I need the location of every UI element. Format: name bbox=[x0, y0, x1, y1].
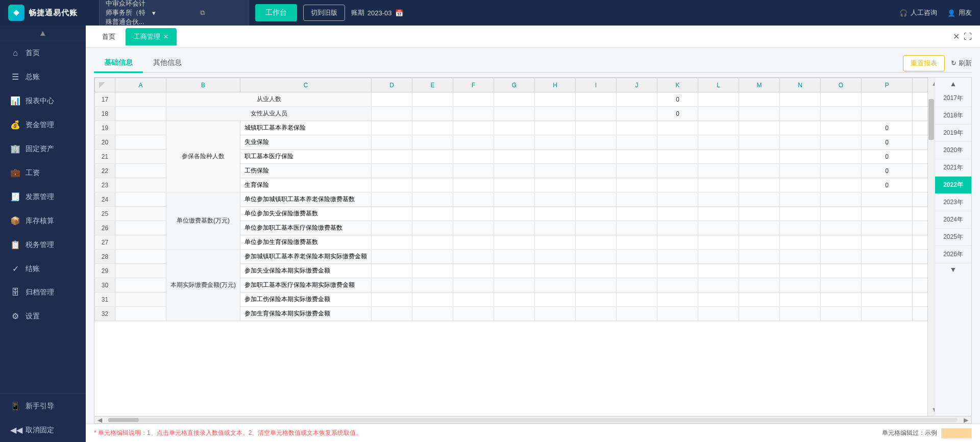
cell-22-p[interactable]: 0 bbox=[862, 164, 913, 178]
sidebar-item-checkout[interactable]: ✓ 结账 bbox=[0, 257, 86, 281]
sidebar-item-salary[interactable]: 💼 工资 bbox=[0, 161, 86, 185]
cell-17-b[interactable]: 从业人数 bbox=[166, 92, 372, 107]
tab-close-icon[interactable]: ✕ bbox=[163, 33, 168, 40]
sidebar-label-report-center: 报表中心 bbox=[26, 96, 54, 106]
report-icon: 📊 bbox=[10, 96, 20, 106]
year-item-2017[interactable]: 2017年 bbox=[935, 90, 971, 107]
reset-report-button[interactable]: 重置报表 bbox=[903, 55, 945, 71]
header-right: 🎧 人工咨询 👤 用友 bbox=[899, 8, 972, 17]
user-area[interactable]: 👤 用友 bbox=[947, 8, 972, 17]
year-item-2021[interactable]: 2021年 bbox=[935, 159, 971, 177]
scroll-down-arrow[interactable]: ▼ bbox=[928, 405, 935, 416]
cell-20-c[interactable]: 失业保险 bbox=[240, 135, 372, 150]
old-version-button[interactable]: 切到旧版 bbox=[303, 5, 345, 21]
close-window-button[interactable]: ✕ bbox=[953, 32, 960, 41]
header-col-c: C bbox=[240, 78, 372, 92]
sub-tab-other-info[interactable]: 其他信息 bbox=[143, 54, 192, 73]
sidebar-item-general-ledger[interactable]: ☰ 总账 bbox=[0, 65, 86, 89]
scroll-up-arrow[interactable]: ▲ bbox=[928, 78, 935, 89]
scroll-left-arrow[interactable]: ◀ bbox=[94, 415, 105, 424]
workbench-button[interactable]: 工作台 bbox=[255, 4, 297, 21]
cell-23-p[interactable]: 0 bbox=[862, 178, 913, 192]
sidebar-item-settings[interactable]: ⚙ 设置 bbox=[0, 304, 86, 328]
year-panel: ▲ 2017年 2018年 2019年 2020年 2021年 2022年 20… bbox=[935, 78, 971, 416]
year-item-2020[interactable]: 2020年 bbox=[935, 142, 971, 159]
cell-27-c[interactable]: 单位参加生育保险缴费基数 bbox=[240, 235, 372, 250]
sidebar-item-invoice-mgmt[interactable]: 🧾 发票管理 bbox=[0, 185, 86, 209]
year-item-2023[interactable]: 2023年 bbox=[935, 194, 971, 211]
year-nav-up[interactable]: ▲ bbox=[948, 78, 959, 90]
headset-icon: 🎧 bbox=[899, 9, 908, 17]
cell-28-b[interactable]: 本期实际缴费金额(万元) bbox=[166, 250, 240, 321]
cell-22-c[interactable]: 工伤保险 bbox=[240, 164, 372, 178]
cell-30-c[interactable]: 参加职工基本医疗保险本期实际缴费金额 bbox=[240, 278, 372, 292]
horizontal-scrollbar[interactable]: ◀ ▶ bbox=[94, 416, 971, 423]
cell-31-c[interactable]: 参加工伤保险本期实际缴费金额 bbox=[240, 292, 372, 307]
sidebar-item-home[interactable]: ⌂ 首页 bbox=[0, 41, 86, 65]
h-scroll-thumb[interactable] bbox=[108, 418, 139, 422]
cell-18-k[interactable]: 0 bbox=[657, 107, 698, 121]
sidebar-label-archive: 归档管理 bbox=[26, 288, 54, 297]
year-item-2022[interactable]: 2022年 bbox=[935, 177, 971, 194]
window-controls: ✕ ⛶ bbox=[953, 32, 972, 41]
header-col-i: I bbox=[576, 78, 617, 92]
header-col-q: Q bbox=[913, 78, 928, 92]
vertical-scrollbar[interactable]: ▲ ▼ bbox=[927, 78, 935, 416]
year-item-2026[interactable]: 2026年 bbox=[935, 246, 971, 263]
header-col-f: F bbox=[453, 78, 494, 92]
cell-21-p[interactable]: 0 bbox=[862, 150, 913, 164]
year-item-2019[interactable]: 2019年 bbox=[935, 125, 971, 142]
ai-service-label: 人工咨询 bbox=[911, 8, 937, 17]
tab-business-mgmt[interactable]: 工商管理 ✕ bbox=[126, 28, 177, 45]
cell-28-c[interactable]: 参加城镇职工基本养老保险本期实际缴费金额 bbox=[240, 250, 372, 264]
sidebar-item-inventory[interactable]: 📦 库存核算 bbox=[0, 209, 86, 233]
year-item-2018[interactable]: 2018年 bbox=[935, 107, 971, 125]
scroll-track[interactable] bbox=[928, 89, 935, 405]
row-num-29: 29 bbox=[95, 264, 115, 278]
sidebar-item-archive[interactable]: 🗄 归档管理 bbox=[0, 281, 86, 304]
sidebar-item-tax-mgmt[interactable]: 📋 税务管理 bbox=[0, 233, 86, 257]
cell-23-c[interactable]: 生育保险 bbox=[240, 178, 372, 192]
cell-19-p[interactable]: 0 bbox=[862, 121, 913, 135]
calendar-icon[interactable]: 📅 bbox=[395, 9, 403, 17]
assets-icon: 🏢 bbox=[10, 144, 20, 154]
period-value: 2023-03 bbox=[368, 9, 392, 17]
sidebar-label-salary: 工资 bbox=[26, 168, 40, 178]
year-nav-down[interactable]: ▼ bbox=[948, 263, 959, 276]
cell-29-c[interactable]: 参加失业保险本期实际缴费金额 bbox=[240, 264, 372, 278]
cell-25-c[interactable]: 单位参加失业保险缴费基数 bbox=[240, 207, 372, 221]
spreadsheet-main[interactable]: A B C D E F G H I J bbox=[94, 78, 927, 416]
h-scroll-track[interactable] bbox=[108, 418, 958, 422]
year-item-2025[interactable]: 2025年 bbox=[935, 229, 971, 246]
scroll-right-arrow[interactable]: ▶ bbox=[961, 415, 971, 424]
logo-text: 畅捷通易代账 bbox=[29, 8, 78, 18]
sidebar-item-report-center[interactable]: 📊 报表中心 bbox=[0, 89, 86, 113]
ai-service[interactable]: 🎧 人工咨询 bbox=[899, 8, 937, 17]
scroll-thumb[interactable] bbox=[928, 99, 934, 140]
maximize-window-button[interactable]: ⛶ bbox=[964, 32, 972, 41]
sidebar-item-fixed-assets[interactable]: 🏢 固定资产 bbox=[0, 137, 86, 161]
header-col-j: J bbox=[617, 78, 657, 92]
sub-tab-basic-info[interactable]: 基础信息 bbox=[94, 54, 143, 73]
cell-19-c[interactable]: 城镇职工基本养老保险 bbox=[240, 121, 372, 135]
sub-tab-bar: 基础信息 其他信息 重置报表 ↻ 刷新 bbox=[94, 54, 972, 73]
cell-24-c[interactable]: 单位参加城镇职工基本养老保险缴费基数 bbox=[240, 192, 372, 207]
sidebar-item-cancel-fixed[interactable]: ◀◀ 取消固定 bbox=[0, 418, 86, 442]
sidebar-item-new-user[interactable]: 📱 新手引导 bbox=[0, 394, 86, 418]
status-bar: * 单元格编辑说明：1、点击单元格直接录入数值或文本。2、清空单元格数值或文本恢… bbox=[86, 424, 980, 442]
tab-home[interactable]: 首页 bbox=[94, 28, 124, 45]
cell-20-p[interactable]: 0 bbox=[862, 135, 913, 150]
cell-24-b[interactable]: 单位缴费基数(万元) bbox=[166, 192, 240, 250]
cell-18-b[interactable]: 女性从业人员 bbox=[166, 107, 372, 121]
cell-26-c[interactable]: 单位参加职工基本医疗保险缴费基数 bbox=[240, 221, 372, 235]
cell-17-k[interactable]: 0 bbox=[657, 92, 698, 107]
sidebar-scroll-up[interactable]: ▲ bbox=[36, 28, 50, 39]
sidebar-label-fixed-assets: 固定资产 bbox=[26, 144, 54, 154]
cell-21-c[interactable]: 职工基本医疗保险 bbox=[240, 150, 372, 164]
refresh-button[interactable]: ↻ 刷新 bbox=[951, 59, 972, 68]
cell-32-c[interactable]: 参加生育保险本期实际缴费金额 bbox=[240, 307, 372, 321]
cell-19-b[interactable]: 参保各险种人数 bbox=[166, 121, 240, 192]
row-num-17: 17 bbox=[95, 92, 115, 107]
year-item-2024[interactable]: 2024年 bbox=[935, 211, 971, 229]
sidebar-item-fund-mgmt[interactable]: 💰 资金管理 bbox=[0, 113, 86, 137]
